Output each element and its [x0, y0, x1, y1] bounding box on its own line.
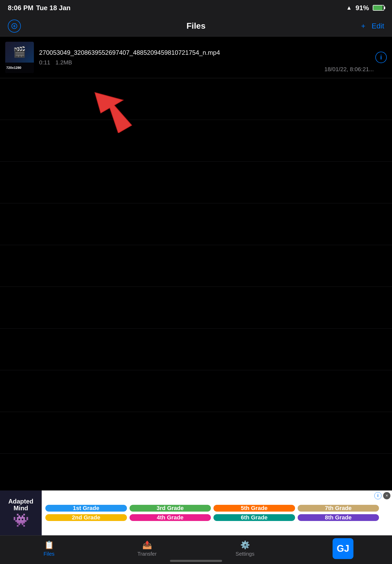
- ad-btn-6th-grade[interactable]: 6th Grade: [213, 514, 295, 521]
- ad-logo-monster: 👾: [13, 513, 29, 528]
- ad-grade-buttons: 1st Grade3rd Grade5th Grade7th Grade2nd …: [42, 501, 392, 525]
- nav-bar: Files + Edit: [0, 16, 392, 37]
- battery-fill: [373, 5, 383, 10]
- thumb-meta: 720x1280: [5, 63, 34, 73]
- ad-logo: AdaptedMind 👾: [0, 490, 42, 535]
- file-thumbnail: 🎬 720x1280: [5, 42, 34, 73]
- file-info-button[interactable]: i: [375, 52, 387, 63]
- ad-info-button[interactable]: i: [374, 492, 382, 499]
- brand-logo: GJ: [333, 538, 353, 559]
- ad-btn-7th-grade[interactable]: 7th Grade: [298, 505, 379, 512]
- ad-close-button[interactable]: ×: [383, 492, 390, 499]
- nav-left: [8, 20, 21, 33]
- empty-row-4: [0, 203, 392, 245]
- settings-icon: ⚙️: [240, 540, 250, 549]
- time-label: 8:06 PM: [8, 4, 33, 12]
- ad-banner: × i AdaptedMind 👾 1st Grade3rd Grade5th …: [0, 490, 392, 535]
- ad-btn-3rd-grade[interactable]: 3rd Grade: [130, 505, 211, 512]
- transfer-icon: 📤: [142, 540, 152, 549]
- date-label: Tue 18 Jan: [36, 4, 70, 12]
- empty-row-5: [0, 245, 392, 287]
- file-details: 0:11 1.2MB: [39, 59, 387, 66]
- nav-title: Files: [187, 21, 206, 31]
- status-bar-right: ▲ 91%: [346, 4, 384, 12]
- add-button[interactable]: +: [361, 22, 365, 30]
- ad-btn-5th-grade[interactable]: 5th Grade: [213, 505, 295, 512]
- status-bar: 8:06 PM Tue 18 Jan ▲ 91%: [0, 0, 392, 16]
- empty-row-2: [0, 120, 392, 162]
- ad-brand-name: AdaptedMind: [8, 498, 33, 512]
- empty-row-8: [0, 370, 392, 412]
- edit-button[interactable]: Edit: [372, 22, 384, 30]
- files-icon: 📋: [44, 540, 54, 549]
- tab-transfer-label: Transfer: [137, 551, 157, 557]
- tab-settings[interactable]: ⚙️ Settings: [196, 540, 294, 557]
- empty-row-6: [0, 287, 392, 329]
- tab-transfer[interactable]: 📤 Transfer: [98, 540, 196, 557]
- battery-percent: 91%: [356, 4, 369, 12]
- wifi-icon: ▲: [346, 4, 352, 11]
- file-item[interactable]: 🎬 720x1280 270053049_3208639552697407_48…: [0, 37, 392, 78]
- battery-container: [373, 5, 384, 11]
- file-duration: 0:11: [39, 59, 50, 66]
- tab-settings-label: Settings: [236, 551, 254, 557]
- empty-row-9: [0, 412, 392, 454]
- empty-row-3: [0, 162, 392, 203]
- tab-files[interactable]: 📋 Files: [0, 540, 98, 557]
- file-info: 270053049_3208639552697407_4885209459810…: [39, 48, 387, 66]
- empty-row-7: [0, 329, 392, 370]
- home-indicator: [170, 560, 222, 562]
- battery-icon: [373, 5, 384, 11]
- ad-btn-2nd-grade[interactable]: 2nd Grade: [45, 514, 127, 521]
- file-section: 🎬 720x1280 270053049_3208639552697407_48…: [0, 37, 392, 454]
- empty-row-1: [0, 78, 392, 120]
- nav-back-icon[interactable]: [8, 20, 21, 33]
- file-name: 270053049_3208639552697407_4885209459810…: [39, 48, 387, 57]
- status-bar-left: 8:06 PM Tue 18 Jan: [8, 4, 71, 12]
- tab-files-label: Files: [44, 551, 54, 557]
- ad-btn-1st-grade[interactable]: 1st Grade: [45, 505, 127, 512]
- file-resolution: 720x1280: [6, 66, 33, 70]
- tab-brand-logo: GJ: [294, 538, 392, 559]
- ad-btn-8th-grade[interactable]: 8th Grade: [298, 514, 379, 521]
- file-size: 1.2MB: [56, 59, 72, 66]
- nav-right: + Edit: [361, 22, 384, 30]
- file-date: 18/01/22, 8:06:21...: [324, 66, 374, 73]
- ad-btn-4th-grade[interactable]: 4th Grade: [130, 514, 211, 521]
- thumb-preview: 🎬: [5, 42, 34, 63]
